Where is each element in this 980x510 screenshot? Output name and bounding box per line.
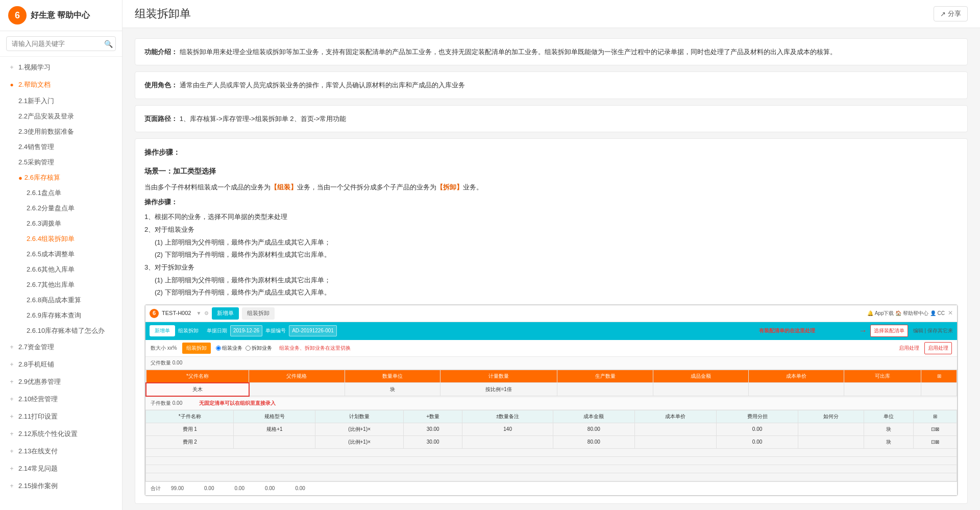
nav-collapse-icon-2-6: ● xyxy=(18,174,22,182)
lower-th-10: ⊞ xyxy=(914,410,957,423)
upper-td-name: 关木 xyxy=(146,383,249,396)
lower-td-1-7: 0.00 xyxy=(717,423,798,435)
nav-child-2-6-6[interactable]: 2.6.6其他入库单 xyxy=(0,262,122,277)
nav-child-2-1[interactable]: 2.1新手入门 xyxy=(0,93,122,109)
nav-child-2-6-1[interactable]: 2.6.1盘点单 xyxy=(0,185,122,201)
mock-field-num-label: 单据编号 xyxy=(265,326,286,335)
step3-2-text: (2) 下部明细为子件明细，最终作为产成品生成其它入库单。 xyxy=(155,286,958,299)
page-title: 组装拆卸单 xyxy=(135,6,191,21)
mock-lower-row-4 xyxy=(146,456,957,465)
mock-upper-row-1: 关木 块 按比例=1倍 xyxy=(146,383,957,396)
lower-th-5: 成本金额 xyxy=(553,410,634,423)
nav-child-2-6[interactable]: ● 2.6库存核算 xyxy=(0,170,122,185)
footer-val-4: 0.00 xyxy=(265,484,275,493)
nav-item-2-9[interactable]: + 2.9优惠券管理 xyxy=(0,373,122,391)
lower-th-1: 规格型号 xyxy=(234,410,315,423)
upper-td-unit: 块 xyxy=(345,383,440,396)
mock-lower-row-1: 费用 1 规格+1 (比例+1)× 30.00 140 80.00 0.00 块… xyxy=(146,423,957,435)
nav-child-2-5[interactable]: 2.5采购管理 xyxy=(0,155,122,170)
lower-td-2-6 xyxy=(634,435,716,448)
nav-child-2-2[interactable]: 2.2产品安装及登录 xyxy=(0,109,122,124)
path-block: 页面路径： 1、库存核算->库存管理->组装拆卸单 2、首页->常用功能 xyxy=(135,105,968,132)
mock-form-toolbar: 数大小 xx% 组装拆卸 组装业务 拆卸业务 组装业务、拆卸业务在这里切换 启用… xyxy=(145,340,957,357)
nav-child-2-6-7[interactable]: 2.6.7其他出库单 xyxy=(0,277,122,293)
role-block: 使用角色： 通常由生产人员或库管人员完成拆装业务的操作，库管人员确认原材料的出库… xyxy=(135,71,968,99)
nav-item-2-10[interactable]: + 2.10经营管理 xyxy=(0,391,122,408)
lower-td-2-0: 费用 2 xyxy=(146,435,234,448)
nav-child-2-4[interactable]: 2.4销售管理 xyxy=(0,139,122,155)
mock-radio-group: 组装业务 拆卸业务 xyxy=(216,344,272,353)
lower-th-6: 成本单价 xyxy=(634,410,716,423)
mock-close-icon: ✕ xyxy=(948,308,953,319)
scenario1-desc: 当由多个子件材料组装成一个成品的业务为【组装】业务，当由一个父件拆分成多个子产品… xyxy=(144,181,958,193)
lower-td-1-3: 30.00 xyxy=(403,423,462,435)
nav-child-2-6-3[interactable]: 2.6.3调拨单 xyxy=(0,216,122,231)
nav-item-1[interactable]: + 1.视频学习 xyxy=(0,59,122,76)
nav-item-2-7[interactable]: + 2.7资金管理 xyxy=(0,338,122,356)
nav-item-2-11[interactable]: + 2.11打印设置 xyxy=(0,408,122,425)
mock-lower-row-5 xyxy=(146,465,957,473)
lower-td-1-8 xyxy=(798,423,864,435)
upper-th-5: 成品金额 xyxy=(653,370,748,383)
lower-th-8: 如何分 xyxy=(798,410,864,423)
mock-dropdown-icon: ▼ xyxy=(196,309,201,318)
lower-td-1-5: 80.00 xyxy=(553,423,634,435)
nav-label-2-12: 2.12系统个性化设置 xyxy=(18,429,114,439)
nav-item-2-14[interactable]: + 2.14常见问题 xyxy=(0,460,122,477)
mock-lower-table: *子件名称 规格型号 计划数量 +数量 ±数量备注 成本金额 成本单价 费用分担… xyxy=(145,410,957,481)
nav-item-2-12[interactable]: + 2.12系统个性化设置 xyxy=(0,425,122,443)
nav-child-2-6-4[interactable]: 2.6.4组装拆卸单 xyxy=(0,231,122,247)
step1-text: 1、根据不同的业务，选择不同单据的类型来处理 xyxy=(144,211,958,224)
mock-field-date-value: 2019-12-26 xyxy=(230,325,262,336)
step2-1-text: (1) 上部明细为父件明细，最终作为产成品生成其它入库单； xyxy=(155,236,958,249)
mock-footer: 合计 99.00 0.00 0.00 0.00 0.00 xyxy=(145,481,957,495)
lower-td-2-1 xyxy=(234,435,315,448)
upper-th-6: 成本单价 xyxy=(749,370,844,383)
nav-item-2-15[interactable]: + 2.15操作案例 xyxy=(0,477,122,495)
top-bar: 组装拆卸单 ↗ 分享 xyxy=(122,0,980,28)
ops-steps-sublabel: 操作步骤： xyxy=(144,196,958,208)
mock-lower-row-6 xyxy=(146,473,957,481)
ops-title: 操作步骤： xyxy=(144,146,958,159)
upper-th-3: 计量数量 xyxy=(440,370,557,383)
nav-label-2-10: 2.10经营管理 xyxy=(18,395,114,404)
nav-expand-icon-2-10: + xyxy=(8,396,15,403)
mock-tab-inactive: 组装拆卸 xyxy=(242,307,275,320)
mock-field-num-value: AD-20191226-001 xyxy=(289,325,337,336)
share-icon: ↗ xyxy=(940,10,946,18)
nav-label-2-13: 2.13在线支付 xyxy=(18,447,114,456)
mock-subtab-add: 新增单 xyxy=(150,325,175,336)
nav-item-2-13[interactable]: + 2.13在线支付 xyxy=(0,443,122,460)
search-input[interactable] xyxy=(6,36,116,51)
lower-td-2-8 xyxy=(798,435,864,448)
nav-child-2-6-8[interactable]: 2.6.8商品成本重算 xyxy=(0,293,122,308)
nav-item-2[interactable]: ● 2.帮助文档 xyxy=(0,76,122,93)
nav-child-2-6-10[interactable]: 2.6.10库存账本错了怎么办 xyxy=(0,323,122,338)
intro-text: 组装拆卸单用来处理企业组装或拆卸等加工业务，支持有固定装配清单的产品加工业务，也… xyxy=(180,48,837,56)
sidebar-header: 6 好生意 帮助中心 xyxy=(0,0,122,31)
path-label: 页面路径： xyxy=(144,115,178,123)
nav-child-2-6-5[interactable]: 2.6.5成本调整单 xyxy=(0,247,122,262)
lower-td-2-9: 块 xyxy=(864,435,913,448)
nav-child-2-6-2[interactable]: 2.6.2分量盘点单 xyxy=(0,201,122,216)
path-text: 1、库存核算->库存管理->组装拆卸单 2、首页->常用功能 xyxy=(180,115,347,123)
annotation-5: 无固定清单可以在组织里直接录入 xyxy=(199,400,276,406)
nav-label-2-8: 2.8手机旺铺 xyxy=(18,360,114,369)
upper-td-amount xyxy=(653,383,748,396)
sidebar: 6 好生意 帮助中心 🔍 + 1.视频学习 ● 2.帮助文档 2.1新手入门 2… xyxy=(0,0,122,510)
footer-val-5: 0.00 xyxy=(295,484,305,493)
share-button[interactable]: ↗ 分享 xyxy=(934,6,968,21)
upper-td-actions xyxy=(921,383,957,396)
mock-btn-process: 启用处理 xyxy=(924,342,952,354)
lower-td-1-0: 费用 1 xyxy=(146,423,234,435)
upper-th-4: 生产数量 xyxy=(557,370,653,383)
mock-lower-row-2: 费用 2 (比例+1)× 30.00 80.00 0.00 块 ⊡⊠ xyxy=(146,435,957,448)
lower-td-2-10: ⊡⊠ xyxy=(914,435,957,448)
nav-item-2-8[interactable]: + 2.8手机旺铺 xyxy=(0,356,122,373)
upper-td-cost xyxy=(749,383,844,396)
intro-label: 功能介绍： xyxy=(144,48,178,56)
mock-topbar-icons: 🔔 App下载 🏠 帮助帮中心 👤 CC xyxy=(867,309,945,318)
nav-child-2-6-9[interactable]: 2.6.9库存账本查询 xyxy=(0,308,122,323)
search-button[interactable]: 🔍 xyxy=(104,40,113,48)
nav-child-2-3[interactable]: 2.3使用前数据准备 xyxy=(0,124,122,139)
